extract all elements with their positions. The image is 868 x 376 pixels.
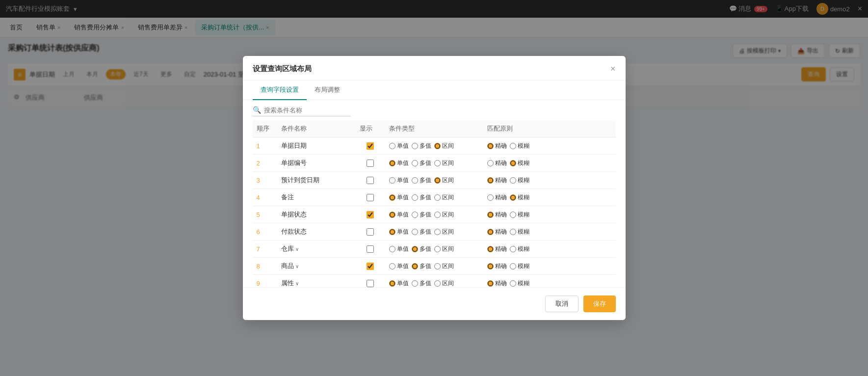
type-single-label[interactable]: 单值 bbox=[389, 176, 409, 185]
type-single-label[interactable]: 单值 bbox=[389, 228, 409, 236]
type-single-radio[interactable] bbox=[389, 160, 395, 166]
match-exact-label[interactable]: 精确 bbox=[487, 245, 507, 253]
type-multi-label[interactable]: 多值 bbox=[412, 176, 431, 185]
type-range-radio[interactable] bbox=[434, 229, 441, 235]
type-multi-label[interactable]: 多值 bbox=[412, 142, 431, 150]
show-checkbox[interactable] bbox=[367, 211, 374, 218]
show-checkbox[interactable] bbox=[367, 245, 374, 253]
show-checkbox[interactable] bbox=[367, 177, 374, 184]
type-single-radio[interactable] bbox=[389, 246, 395, 252]
match-exact-label[interactable]: 精确 bbox=[487, 262, 507, 270]
type-range-radio[interactable] bbox=[434, 263, 441, 269]
match-fuzzy-radio[interactable] bbox=[510, 177, 516, 184]
match-fuzzy-radio[interactable] bbox=[510, 160, 516, 166]
type-multi-radio[interactable] bbox=[412, 246, 418, 252]
type-multi-radio[interactable] bbox=[412, 177, 418, 184]
type-range-label[interactable]: 区间 bbox=[434, 279, 454, 288]
save-button[interactable]: 保存 bbox=[583, 295, 616, 312]
show-checkbox[interactable] bbox=[367, 228, 374, 236]
type-multi-label[interactable]: 多值 bbox=[412, 211, 431, 219]
type-multi-radio[interactable] bbox=[412, 143, 418, 149]
match-fuzzy-radio[interactable] bbox=[510, 246, 516, 252]
type-range-label[interactable]: 区间 bbox=[434, 176, 454, 185]
type-multi-label[interactable]: 多值 bbox=[412, 193, 431, 202]
match-exact-radio[interactable] bbox=[487, 246, 494, 252]
expand-icon[interactable]: ∨ bbox=[295, 281, 299, 286]
type-multi-radio[interactable] bbox=[412, 194, 418, 201]
type-range-label[interactable]: 区间 bbox=[434, 228, 454, 236]
match-exact-radio[interactable] bbox=[487, 263, 494, 269]
match-exact-radio[interactable] bbox=[487, 160, 494, 166]
type-single-label[interactable]: 单值 bbox=[389, 159, 409, 167]
type-multi-label[interactable]: 多值 bbox=[412, 159, 431, 167]
type-range-radio[interactable] bbox=[434, 177, 441, 184]
type-range-label[interactable]: 区间 bbox=[434, 262, 454, 270]
show-checkbox[interactable] bbox=[367, 263, 374, 270]
type-single-radio[interactable] bbox=[389, 280, 395, 287]
type-multi-label[interactable]: 多值 bbox=[412, 228, 431, 236]
type-multi-label[interactable]: 多值 bbox=[412, 262, 431, 270]
match-exact-radio[interactable] bbox=[487, 212, 494, 218]
match-exact-label[interactable]: 精确 bbox=[487, 142, 507, 150]
match-exact-label[interactable]: 精确 bbox=[487, 279, 507, 288]
type-range-radio[interactable] bbox=[434, 160, 441, 166]
type-single-radio[interactable] bbox=[389, 212, 395, 218]
expand-icon[interactable]: ∨ bbox=[295, 246, 299, 252]
match-fuzzy-radio[interactable] bbox=[510, 194, 516, 201]
type-single-label[interactable]: 单值 bbox=[389, 211, 409, 219]
show-checkbox[interactable] bbox=[367, 142, 374, 150]
match-fuzzy-radio[interactable] bbox=[510, 229, 516, 235]
type-range-radio[interactable] bbox=[434, 280, 441, 287]
type-single-label[interactable]: 单值 bbox=[389, 193, 409, 202]
type-multi-radio[interactable] bbox=[412, 229, 418, 235]
tab-layout-adjust[interactable]: 布局调整 bbox=[307, 81, 348, 100]
match-fuzzy-label[interactable]: 模糊 bbox=[510, 262, 529, 270]
match-exact-radio[interactable] bbox=[487, 143, 494, 149]
type-multi-radio[interactable] bbox=[412, 263, 418, 269]
match-fuzzy-label[interactable]: 模糊 bbox=[510, 176, 529, 185]
type-multi-radio[interactable] bbox=[412, 280, 418, 287]
match-fuzzy-label[interactable]: 模糊 bbox=[510, 193, 529, 202]
match-exact-label[interactable]: 精确 bbox=[487, 193, 507, 202]
type-single-radio[interactable] bbox=[389, 229, 395, 235]
dialog-close-btn[interactable]: × bbox=[610, 64, 616, 74]
type-range-label[interactable]: 区间 bbox=[434, 193, 454, 202]
match-fuzzy-label[interactable]: 模糊 bbox=[510, 211, 529, 219]
type-single-radio[interactable] bbox=[389, 143, 395, 149]
match-exact-radio[interactable] bbox=[487, 194, 494, 201]
type-multi-radio[interactable] bbox=[412, 160, 418, 166]
type-range-label[interactable]: 区间 bbox=[434, 211, 454, 219]
type-single-radio[interactable] bbox=[389, 177, 395, 184]
type-single-radio[interactable] bbox=[389, 194, 395, 201]
match-exact-label[interactable]: 精确 bbox=[487, 211, 507, 219]
match-exact-radio[interactable] bbox=[487, 280, 494, 287]
type-range-label[interactable]: 区间 bbox=[434, 142, 454, 150]
match-fuzzy-label[interactable]: 模糊 bbox=[510, 159, 529, 167]
type-range-radio[interactable] bbox=[434, 246, 441, 252]
match-exact-label[interactable]: 精确 bbox=[487, 228, 507, 236]
match-fuzzy-label[interactable]: 模糊 bbox=[510, 245, 529, 253]
type-range-radio[interactable] bbox=[434, 194, 441, 201]
match-exact-radio[interactable] bbox=[487, 229, 494, 235]
type-single-label[interactable]: 单值 bbox=[389, 279, 409, 288]
show-checkbox[interactable] bbox=[367, 160, 374, 167]
show-checkbox[interactable] bbox=[367, 280, 374, 287]
type-single-label[interactable]: 单值 bbox=[389, 245, 409, 253]
match-fuzzy-radio[interactable] bbox=[510, 143, 516, 149]
match-exact-label[interactable]: 精确 bbox=[487, 159, 507, 167]
match-fuzzy-radio[interactable] bbox=[510, 263, 516, 269]
type-multi-label[interactable]: 多值 bbox=[412, 279, 431, 288]
type-single-radio[interactable] bbox=[389, 263, 395, 269]
show-checkbox[interactable] bbox=[367, 194, 374, 201]
match-fuzzy-label[interactable]: 模糊 bbox=[510, 142, 529, 150]
match-exact-radio[interactable] bbox=[487, 177, 494, 184]
type-range-label[interactable]: 区间 bbox=[434, 245, 454, 253]
match-exact-label[interactable]: 精确 bbox=[487, 176, 507, 185]
type-multi-radio[interactable] bbox=[412, 212, 418, 218]
type-range-radio[interactable] bbox=[434, 212, 441, 218]
match-fuzzy-radio[interactable] bbox=[510, 280, 516, 287]
type-multi-label[interactable]: 多值 bbox=[412, 245, 431, 253]
type-range-label[interactable]: 区间 bbox=[434, 159, 454, 167]
expand-icon[interactable]: ∨ bbox=[295, 264, 299, 269]
type-range-radio[interactable] bbox=[434, 143, 441, 149]
